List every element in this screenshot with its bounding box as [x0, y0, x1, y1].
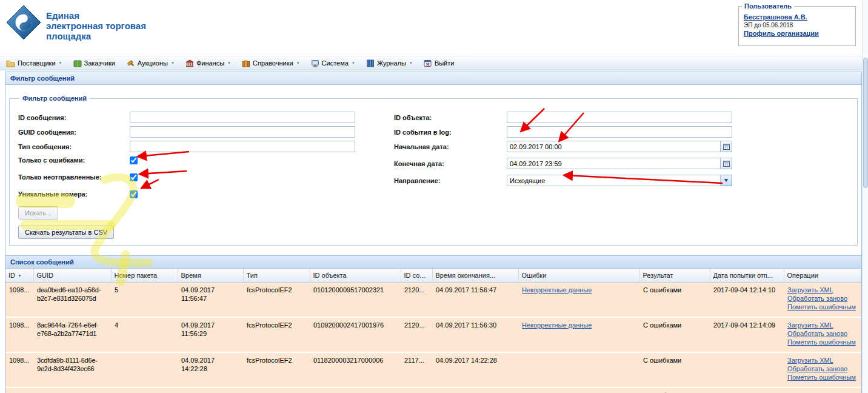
object-id-label: ID объекта:: [390, 114, 507, 121]
column-header-errors[interactable]: Ошибки: [518, 269, 639, 282]
brand-line: электронная торговая: [46, 21, 146, 31]
error-details-link[interactable]: Некорректные данные: [522, 286, 592, 294]
mark-erroneous-link[interactable]: Пометить ошибочным: [787, 338, 856, 346]
cell-end-time: 04.09.2017 11:56:47: [432, 282, 518, 317]
column-header-event-id[interactable]: ID со...: [401, 269, 432, 282]
chevron-down-icon: ▼: [59, 61, 62, 65]
cell-guid: dea0bed6-ea10-a56d-b2c7-e831d326075d: [33, 282, 111, 317]
cell-time: 04.09.2017 11:56:47: [178, 282, 243, 317]
cell-packet: 5: [111, 388, 178, 393]
chevron-down-icon: ▼: [352, 61, 355, 65]
direction-dropdown-button[interactable]: [721, 175, 732, 186]
menu-item-label: Система: [322, 59, 349, 67]
start-date-input[interactable]: [507, 141, 721, 152]
cell-event-id: 2120...: [401, 282, 432, 317]
chevron-down-icon: ▼: [171, 61, 175, 65]
messages-table: ID▼ GUID Номер пакета Время Тип ID объек…: [5, 269, 861, 393]
cell-packet: 5: [111, 282, 178, 317]
sort-desc-icon: ▼: [18, 274, 22, 278]
start-date-calendar-button[interactable]: [721, 141, 732, 152]
book-icon: [73, 59, 82, 67]
log-event-id-input[interactable]: [507, 126, 732, 138]
unsent-only-checkbox[interactable]: [130, 173, 138, 181]
org-profile-link[interactable]: Профиль организации: [744, 29, 850, 38]
download-csv-button[interactable]: Скачать результаты в CSV: [18, 226, 114, 239]
cell-id: 1098...: [5, 317, 33, 352]
table-row[interactable]: 1098... 88ad378b-9885-93e7-5d34a77bc215 …: [5, 388, 861, 393]
books-icon: [242, 59, 250, 67]
user-panel-legend: Пользователь: [742, 2, 794, 10]
column-header-time[interactable]: Время: [178, 269, 243, 282]
calendar-icon: [723, 160, 730, 167]
folder-icon: [6, 59, 15, 67]
chevron-down-icon: ▼: [409, 61, 413, 65]
menu-item-label: Поставщики: [18, 59, 56, 67]
cell-guid: 8ac9644a-7264-e6ef-e768-a2b2a77471d1: [33, 317, 111, 352]
brand-line: Единая: [46, 10, 146, 21]
chevron-down-icon: ▼: [296, 61, 300, 65]
cell-type: fcsProtocolEF2: [243, 352, 310, 388]
user-name-link[interactable]: Бесстрашнова А.В.: [744, 13, 850, 21]
cell-event-id: 2117...: [401, 352, 432, 388]
object-id-input[interactable]: [507, 112, 732, 123]
grid-title: Список сообщений: [5, 256, 861, 269]
table-row[interactable]: 1098... 8ac9644a-7264-e6ef-e768-a2b2a774…: [5, 317, 861, 352]
end-date-input[interactable]: [507, 158, 721, 169]
menu-item-finance[interactable]: Финансы ▼: [185, 59, 231, 67]
load-xml-link[interactable]: Загрузить XML: [787, 357, 833, 364]
menu-item-suppliers[interactable]: Поставщики ▼: [6, 59, 62, 67]
menu-item-auctions[interactable]: Аукционы ▼: [126, 59, 175, 67]
mark-erroneous-link[interactable]: Пометить ошибочным: [787, 374, 856, 381]
menu-item-journals[interactable]: Журналы ▼: [366, 59, 413, 67]
column-header-result[interactable]: Результат: [639, 269, 710, 282]
column-header-object-id[interactable]: ID объекта: [310, 269, 401, 282]
menu-item-label: Аукционы: [138, 59, 168, 67]
cell-errors: Некорректные данные: [518, 317, 639, 352]
menu-item-references[interactable]: Справочники ▼: [242, 59, 300, 67]
cell-errors: Некорректные данные: [518, 282, 639, 317]
cell-errors: [518, 352, 639, 388]
column-header-operations[interactable]: Операции: [784, 269, 861, 282]
reprocess-link[interactable]: Обработать заново: [787, 330, 847, 337]
search-button[interactable]: Искать...: [18, 206, 58, 220]
end-date-calendar-button[interactable]: [721, 158, 732, 169]
cell-type: fcsContractSign: [243, 388, 310, 393]
cell-type: fcsProtocolEF2: [243, 317, 310, 352]
menu-item-logout[interactable]: Выйти: [424, 59, 455, 67]
exit-icon: [424, 59, 432, 67]
vertical-scrollbar[interactable]: [862, 0, 868, 393]
message-type-input[interactable]: [130, 141, 355, 152]
errors-only-checkbox[interactable]: [130, 156, 138, 164]
reprocess-link[interactable]: Обработать заново: [787, 365, 847, 372]
scrollbar-thumb[interactable]: [863, 58, 868, 188]
message-id-input[interactable]: [130, 112, 355, 123]
message-guid-input[interactable]: [130, 126, 355, 138]
mark-erroneous-link[interactable]: Пометить ошибочным: [787, 303, 856, 311]
monitor-icon: [311, 59, 319, 67]
column-header-end-time[interactable]: Время окончания...: [432, 269, 518, 282]
unique-numbers-checkbox[interactable]: [130, 190, 138, 198]
error-details-link[interactable]: Некорректные данные: [522, 321, 592, 329]
column-header-id[interactable]: ID▼: [5, 269, 33, 282]
reprocess-link[interactable]: Обработать заново: [787, 295, 847, 302]
cell-result: С ошибками: [639, 388, 710, 393]
column-header-guid[interactable]: GUID: [33, 269, 111, 282]
table-row[interactable]: 1098... dea0bed6-ea10-a56d-b2c7-e831d326…: [5, 282, 861, 317]
calendar-icon: [723, 143, 730, 150]
load-xml-link[interactable]: Загрузить XML: [787, 286, 833, 294]
table-row[interactable]: 1098... 3cdfda9b-8111-6d6e-9e2d-8d34f423…: [5, 352, 861, 388]
menu-item-system[interactable]: Система ▼: [311, 59, 355, 67]
direction-combobox[interactable]: [507, 175, 721, 186]
unique-numbers-label: Уникальные номера:: [15, 190, 130, 198]
column-header-type[interactable]: Тип: [243, 269, 310, 282]
cell-event-id: 2902...: [401, 388, 432, 393]
column-header-packet[interactable]: Номер пакета: [111, 269, 178, 282]
cell-result: С ошибками: [639, 282, 710, 317]
cell-type: fcsProtocolEF2: [243, 282, 310, 317]
cell-time: 04.09.2017 09:54:48: [178, 388, 243, 393]
cell-attempt-date: 2017-09-04 12:14:09: [710, 317, 784, 352]
column-header-attempt-date[interactable]: Дата попытки отп...: [710, 269, 784, 282]
menu-item-customers[interactable]: Заказчики: [73, 59, 115, 67]
cert-validity-text: ЭП до 05.06.2018: [744, 21, 850, 29]
load-xml-link[interactable]: Загрузить XML: [787, 321, 833, 329]
